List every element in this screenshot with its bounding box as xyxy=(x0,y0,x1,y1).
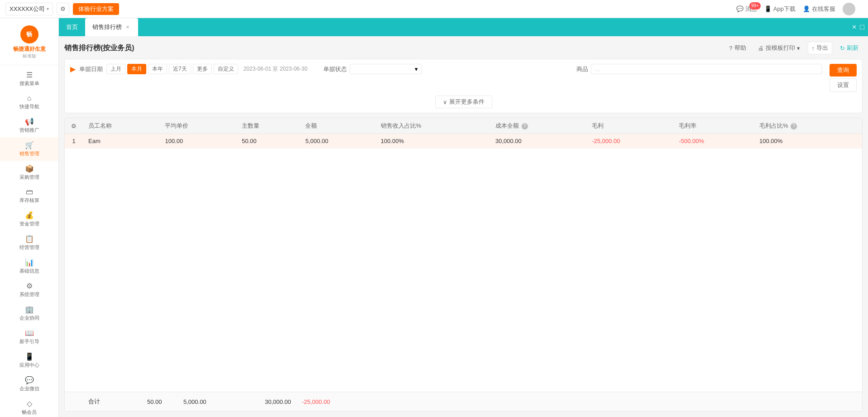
table-col-sales-pct: 销售收入占比% xyxy=(375,118,490,134)
query-buttons: 查询 设置 xyxy=(830,64,857,92)
sidebar-item-enterprise[interactable]: 🏢 企业协同 xyxy=(0,302,58,325)
table-col-rank: 员工名称 xyxy=(83,118,159,134)
page-actions: ? 帮助 🖨 按模板打印 ▾ ↑ 导出 ↻ 刷新 xyxy=(725,42,863,54)
logo-char: 畅 xyxy=(26,30,32,38)
tab-window-max-icon[interactable]: □ xyxy=(860,23,864,31)
expand-button[interactable]: ∨ 展开更多条件 xyxy=(435,96,492,108)
table-col-amount: 全额 xyxy=(300,118,375,134)
online-service-button[interactable]: 👤 在线客服 xyxy=(803,5,835,13)
sales-icon: 🛒 xyxy=(25,141,34,149)
sidebar-item-finance[interactable]: 💰 资金管理 xyxy=(0,207,58,231)
footer-empty-rank xyxy=(65,400,83,403)
tab-bar: 首页 销售排行榜 × × □ xyxy=(59,18,868,36)
table-header-row: ⚙ 员工名称 平均单价 主数量 全额 销售收入占比% 成本全额 ? xyxy=(65,118,862,134)
sidebar-item-marketing[interactable]: 📢 营销推广 xyxy=(0,114,58,137)
sidebar-item-search[interactable]: ☰ 搜索菜单 xyxy=(0,67,58,91)
tab-label: 销售排行榜 xyxy=(92,23,122,31)
settings-button[interactable]: 设置 xyxy=(830,78,857,92)
table-col-settings[interactable]: ⚙ xyxy=(65,118,83,134)
print-button[interactable]: 🖨 按模板打印 ▾ xyxy=(754,42,804,54)
date-btn-this-year[interactable]: 本年 xyxy=(148,64,167,74)
app-label: App下载 xyxy=(773,5,796,13)
logo-icon: 畅 xyxy=(20,25,38,43)
filter-expand-arrow[interactable]: ▶ xyxy=(70,65,76,73)
footer-amount: 5,000.00 xyxy=(178,397,214,407)
table-body: 1 Eam 100.00 50.00 5,000.00 100.00% 30,0… xyxy=(65,134,862,149)
table-col-qty: 主数量 xyxy=(236,118,300,134)
date-btn-last-month[interactable]: 上月 xyxy=(106,64,125,74)
enterprise-icon: 🏢 xyxy=(25,305,34,314)
top-header: XXXXXX公司 ▾ ⚙ 体验行业方案 💬 消息 99+ 📱 App下载 👤 在… xyxy=(0,0,868,18)
member-icon: ◇ xyxy=(27,399,32,408)
gross-pct-info-icon[interactable]: ? xyxy=(791,123,797,129)
chevron-down-icon: ▾ xyxy=(47,6,49,11)
sidebar-label-basic: 基础信息 xyxy=(19,268,39,274)
cost-info-icon[interactable]: ? xyxy=(522,123,528,129)
apps-icon: 📱 xyxy=(25,352,34,361)
query-button[interactable]: 查询 xyxy=(830,64,857,77)
export-button[interactable]: ↑ 导出 xyxy=(808,42,833,54)
table-footer: 合计 50.00 5,000.00 30,000.00 -25,000.00 xyxy=(65,392,862,411)
sidebar-label-system: 系统管理 xyxy=(19,291,39,298)
date-btn-more[interactable]: 更多 xyxy=(193,64,212,74)
cell-cost: 30,000.00 xyxy=(490,134,586,149)
refresh-label: 刷新 xyxy=(847,44,858,52)
logo-text: 畅捷通好生意 xyxy=(13,45,46,53)
sidebar: 畅 畅捷通好生意 标准版 ☰ 搜索菜单 ⌂ 快捷导航 📢 营销推广 🛒 销售管理… xyxy=(0,18,59,417)
content-area: 首页 销售排行榜 × × □ 销售排行榜(按业务员) ? 帮助 xyxy=(59,18,868,417)
footer-avg-price xyxy=(106,400,142,403)
footer-qty: 50.00 xyxy=(142,397,178,407)
table-scroll[interactable]: ⚙ 员工名称 平均单价 主数量 全额 销售收入占比% 成本全额 ? xyxy=(65,118,862,392)
sidebar-item-sales[interactable]: 🛒 销售管理 xyxy=(0,137,58,161)
company-selector[interactable]: XXXXXX公司 ▾ xyxy=(5,3,53,15)
page-content: 销售排行榜(按业务员) ? 帮助 🖨 按模板打印 ▾ ↑ 导出 xyxy=(59,36,868,417)
tab-sales-ranking[interactable]: 销售排行榜 × xyxy=(85,18,138,36)
help-button[interactable]: ? 帮助 xyxy=(725,42,750,54)
sidebar-item-purchase[interactable]: 📦 采购管理 xyxy=(0,161,58,184)
expand-label: 展开更多条件 xyxy=(449,98,484,106)
tab-close-icon[interactable]: × xyxy=(125,24,131,30)
avatar[interactable] xyxy=(843,3,855,15)
table-col-gross: 毛利 xyxy=(586,118,673,134)
finance-icon: 💰 xyxy=(25,211,34,220)
table-area: ⚙ 员工名称 平均单价 主数量 全额 销售收入占比% 成本全额 ? xyxy=(64,118,863,412)
sidebar-item-apps[interactable]: 📱 应用中心 xyxy=(0,349,58,372)
footer-gross: -25,000.00 xyxy=(297,397,336,407)
sidebar-label-apps: 应用中心 xyxy=(19,362,39,369)
sidebar-item-wechat[interactable]: 💬 企业微信 xyxy=(0,372,58,396)
table-row: 1 Eam 100.00 50.00 5,000.00 100.00% 30,0… xyxy=(65,134,862,149)
date-btn-custom[interactable]: 自定义 xyxy=(214,64,238,74)
tab-window-close-icon[interactable]: × xyxy=(852,23,856,31)
header-right: 💬 消息 99+ 📱 App下载 👤 在线客服 xyxy=(736,3,863,15)
footer-label: 合计 xyxy=(83,396,106,407)
message-badge: 99+ xyxy=(749,2,761,10)
sidebar-label-purchase: 采购管理 xyxy=(19,174,39,181)
footer-cost: 30,000.00 xyxy=(259,397,297,407)
company-settings-button[interactable]: ⚙ xyxy=(57,3,69,15)
message-button[interactable]: 💬 消息 99+ xyxy=(736,5,757,13)
refresh-button[interactable]: ↻ 刷新 xyxy=(836,42,863,54)
sidebar-item-guide[interactable]: 📖 新手引导 xyxy=(0,325,58,349)
tab-home[interactable]: 首页 xyxy=(59,18,85,36)
trial-button[interactable]: 体验行业方案 xyxy=(73,3,119,15)
sidebar-item-shortcut[interactable]: ⌂ 快捷导航 xyxy=(0,91,58,114)
sidebar-item-member[interactable]: ◇ 畅会员 xyxy=(0,396,58,417)
export-icon: ↑ xyxy=(812,45,815,52)
sidebar-label-sales: 销售管理 xyxy=(19,150,39,157)
app-download-button[interactable]: 📱 App下载 xyxy=(764,5,796,13)
sidebar-item-operations[interactable]: 📋 经营管理 xyxy=(0,231,58,254)
data-table: ⚙ 员工名称 平均单价 主数量 全额 销售收入占比% 成本全额 ? xyxy=(65,118,862,149)
status-select[interactable]: ▾ xyxy=(350,64,422,74)
print-icon: 🖨 xyxy=(758,45,764,52)
cell-gross-rate: -500.00% xyxy=(673,134,754,149)
footer-sales-pct xyxy=(214,400,259,403)
date-btn-this-month[interactable]: 本月 xyxy=(127,64,146,74)
sidebar-item-system[interactable]: ⚙ 系统管理 xyxy=(0,278,58,302)
goods-input[interactable]: … xyxy=(591,64,822,74)
sidebar-item-inventory[interactable]: 🗃 库存核算 xyxy=(0,184,58,207)
help-icon: ? xyxy=(729,45,732,52)
sidebar-item-basic[interactable]: 📊 基础信息 xyxy=(0,254,58,278)
tab-home-label: 首页 xyxy=(66,23,78,31)
cell-name: Eam xyxy=(83,134,159,149)
date-btn-7days[interactable]: 近7天 xyxy=(169,64,191,74)
